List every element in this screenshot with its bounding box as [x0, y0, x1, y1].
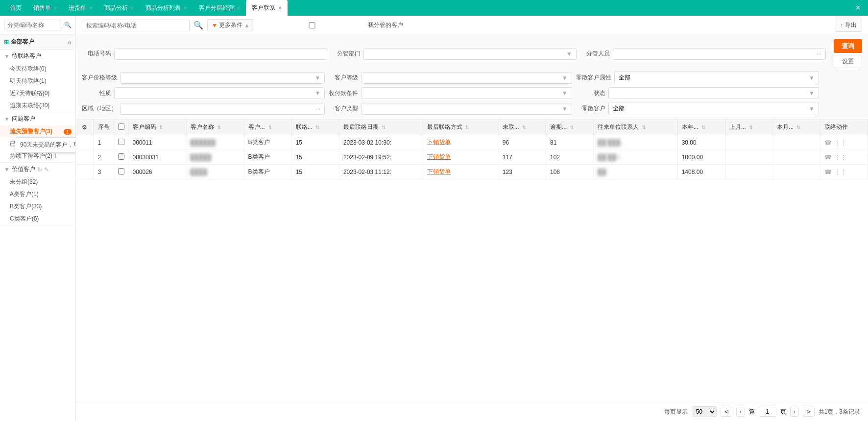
col-name[interactable]: 客户名称 ⇅ [186, 120, 244, 135]
region-dots-icon[interactable]: ··· [315, 105, 320, 112]
row-checkbox-1[interactable] [118, 153, 124, 160]
sidebar-all-customers[interactable]: ⊞ 全部客户 « [0, 35, 75, 50]
filter-customer-grade-select[interactable]: ▼ [361, 72, 572, 84]
filter-customer-type-select[interactable]: ▼ [361, 103, 572, 115]
cell-year-1: 1000.00 [677, 150, 725, 165]
close-purchase-tab[interactable]: × [89, 5, 92, 11]
col-code[interactable]: 客户编码 ⇅ [128, 120, 186, 135]
search-input[interactable] [82, 20, 190, 31]
manager-dots-icon[interactable]: ··· [817, 50, 821, 57]
action-more-icon-1[interactable]: ⋮⋮ [835, 154, 846, 161]
settings-button[interactable]: 设置 [834, 55, 862, 68]
lastmethod-link-0[interactable]: 下销货单 [427, 139, 451, 146]
sidebar-item-tomorrow[interactable]: 明天待联络(1) [0, 75, 75, 87]
nav-sales[interactable]: 销售单 × [27, 0, 63, 16]
filter-customer-grade: 客户等级 ▼ [329, 72, 572, 84]
sidebar-item-today[interactable]: 今天待联络(0) [0, 63, 75, 75]
search-button[interactable]: 🔍 [193, 21, 203, 30]
cell-thismonth-0 [773, 135, 820, 150]
next-page-button[interactable]: › [790, 407, 799, 417]
cell-check-1[interactable] [114, 150, 128, 165]
col-settings[interactable]: ⚙ [76, 120, 94, 135]
action-contact-icon-1[interactable]: ☎ [824, 154, 832, 161]
cell-lastmethod-2[interactable]: 下销货单 [423, 165, 499, 179]
nav-home[interactable]: 首页 [4, 0, 27, 16]
filter-phone-input[interactable] [114, 48, 327, 60]
filter-status-label: 状态 [576, 89, 605, 98]
col-contact[interactable]: 联络... ⇅ [291, 120, 339, 135]
window-close-button[interactable]: × [852, 3, 864, 12]
query-button[interactable]: 查询 [834, 39, 862, 53]
filter-payment-select[interactable]: ▼ [361, 87, 572, 99]
action-more-icon-2[interactable]: ⋮⋮ [835, 169, 846, 175]
filter-price-tier-select[interactable]: ▼ [120, 72, 325, 84]
col-year[interactable]: 本年... ⇅ [677, 120, 725, 135]
close-customer-contact-tab[interactable]: × [278, 5, 281, 11]
select-all-checkbox[interactable] [118, 124, 124, 130]
cell-lastmethod-1[interactable]: 下销货单 [423, 150, 499, 165]
sidebar-item-ungrouped[interactable]: 未分组(32) [0, 176, 75, 188]
cell-check-2[interactable] [114, 165, 128, 179]
lastmethod-link-2[interactable]: 下销货单 [427, 168, 451, 175]
filter-nature-select[interactable]: ▼ [114, 87, 325, 99]
col-lastmonth[interactable]: 上月... ⇅ [725, 120, 772, 135]
sidebar-item-class-b[interactable]: B类客户(33) [0, 200, 75, 213]
last-page-button[interactable]: ⊳ [803, 407, 815, 417]
action-contact-icon-2[interactable]: ☎ [824, 169, 832, 175]
sort-code-icon: ⇅ [159, 124, 163, 130]
action-contact-icon-0[interactable]: ☎ [824, 139, 832, 146]
sidebar-item-7days[interactable]: 近7天待联络(0) [0, 87, 75, 99]
declining-info-icon[interactable]: ℹ [54, 153, 56, 159]
sidebar-search-icon[interactable]: 🔍 [64, 22, 72, 28]
cell-lastmethod-0[interactable]: 下销货单 [423, 135, 499, 150]
nav-customer-tier[interactable]: 客户分层经营 × [193, 0, 246, 16]
row-checkbox-0[interactable] [118, 139, 124, 145]
row-checkbox-2[interactable] [118, 168, 124, 174]
my-customers-checkbox[interactable] [258, 22, 366, 28]
value-refresh-icon[interactable]: ↻ [37, 166, 42, 173]
value-edit-icon[interactable]: ✎ [44, 166, 49, 173]
export-button[interactable]: ↑ 导出 [835, 19, 862, 32]
sidebar-item-class-c[interactable]: C类客户(6) [0, 213, 75, 225]
col-lastdate[interactable]: 最后联络日期 ⇅ [339, 120, 423, 135]
col-type[interactable]: 客户... ⇅ [244, 120, 291, 135]
close-customer-tier-tab[interactable]: × [237, 5, 240, 11]
nav-analysis[interactable]: 商品分析 × [98, 0, 140, 16]
sidebar-item-class-a[interactable]: A类客户(1) [0, 188, 75, 200]
prev-page-button[interactable]: ‹ [736, 407, 745, 417]
first-page-button[interactable]: ⊲ [721, 407, 732, 417]
action-more-icon-0[interactable]: ⋮⋮ [835, 139, 846, 146]
close-sales-tab[interactable]: × [54, 5, 57, 11]
filter-manager-input[interactable]: ··· [613, 48, 826, 60]
sidebar-search-input[interactable] [4, 20, 62, 30]
my-customers-checkbox-label[interactable]: 我分管的客户 [258, 21, 403, 29]
cell-check-0[interactable] [114, 135, 128, 150]
col-uncontacted[interactable]: 未联... ⇅ [498, 120, 546, 135]
nav-purchase[interactable]: 进货单 × [63, 0, 98, 16]
per-page-select[interactable]: 50 100 200 [692, 406, 717, 417]
col-check[interactable] [114, 120, 128, 135]
close-analysis-list-tab[interactable]: × [184, 5, 187, 11]
filter-button[interactable]: ▼ 更多条件 ▲ [207, 19, 254, 31]
page-number-input[interactable] [759, 407, 776, 417]
filter-retail-customer-select[interactable]: 全部 ▼ [608, 102, 819, 115]
filter-dept-select[interactable]: ▼ [363, 48, 577, 60]
close-analysis-tab[interactable]: × [131, 5, 134, 11]
col-contact-person[interactable]: 往来单位联系人 ⇅ [594, 120, 678, 135]
sidebar-section-pending-header[interactable]: ▼ 待联络客户 [0, 50, 75, 63]
cell-type-0: B类客户 [244, 135, 291, 150]
filter-region-select[interactable]: ··· [120, 103, 325, 115]
col-overdue[interactable]: 逾期... ⇅ [546, 120, 593, 135]
nav-analysis-list[interactable]: 商品分析列表 × [140, 0, 193, 16]
sort-contact-icon: ⇅ [315, 124, 319, 130]
col-thismonth[interactable]: 本月... ⇅ [773, 120, 820, 135]
filter-status-select[interactable]: ▼ [608, 87, 819, 99]
sidebar-section-value-header[interactable]: ▼ 价值客户 ↻ ✎ [0, 163, 75, 176]
sidebar-item-churn-warning[interactable]: 流失预警客户(3) ! [0, 125, 75, 138]
nav-customer-contact[interactable]: 客户联系 × [246, 0, 287, 16]
col-lastmethod[interactable]: 最后联络方式 ⇅ [423, 120, 499, 135]
lastmethod-link-1[interactable]: 下销货单 [427, 153, 451, 160]
sidebar-section-problem-header[interactable]: ▼ 问题客户 [0, 112, 75, 125]
sidebar-item-overdue-contact[interactable]: 逾期未联络(30) [0, 99, 75, 112]
filter-retail-attr-select[interactable]: 全部 ▼ [614, 71, 819, 84]
